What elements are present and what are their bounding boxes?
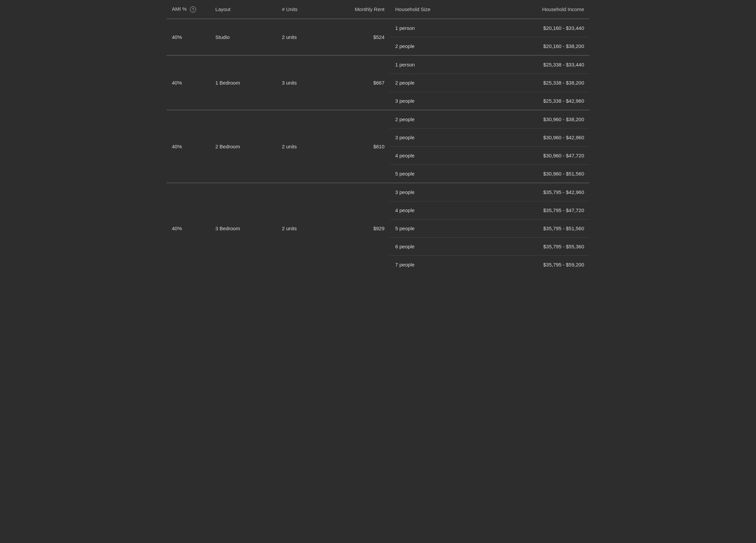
- household-income-cell: $25,338 - $33,440: [496, 55, 589, 74]
- household-income-cell: $30,960 - $38,200: [496, 110, 589, 129]
- table-header-row: AMI % ? Layout # Units Monthly Rent Hous…: [167, 0, 589, 19]
- units-cell: 2 units: [277, 110, 336, 183]
- household-size-cell: 2 people: [390, 110, 496, 129]
- rent-cell: $929: [336, 183, 390, 274]
- household-size-cell: 3 people: [390, 183, 496, 201]
- household-income-cell: $25,338 - $42,960: [496, 92, 589, 110]
- layout-cell: 3 Bedroom: [210, 183, 277, 274]
- units-cell: 3 units: [277, 55, 336, 110]
- layout-cell: Studio: [210, 19, 277, 55]
- table-row: 40%2 Bedroom2 units$8102 people$30,960 -…: [167, 110, 589, 129]
- household-size-cell: 5 people: [390, 219, 496, 238]
- household-size-cell: 2 people: [390, 37, 496, 56]
- rent-cell: $667: [336, 55, 390, 110]
- household-income-cell: $35,795 - $51,560: [496, 219, 589, 238]
- units-header: # Units: [277, 0, 336, 19]
- household-income-cell: $25,338 - $38,200: [496, 74, 589, 92]
- household-size-cell: 3 people: [390, 129, 496, 147]
- table-row: 40%Studio2 units$5241 person$20,160 - $3…: [167, 19, 589, 37]
- household-size-cell: 4 people: [390, 201, 496, 219]
- household-income-cell: $30,960 - $47,720: [496, 147, 589, 165]
- household-size-cell: 5 people: [390, 165, 496, 183]
- ami-header: AMI % ?: [167, 0, 210, 19]
- layout-cell: 2 Bedroom: [210, 110, 277, 183]
- rent-cell: $810: [336, 110, 390, 183]
- rent-header: Monthly Rent: [336, 0, 390, 19]
- ami-cell: 40%: [167, 19, 210, 55]
- household-size-cell: 2 people: [390, 74, 496, 92]
- household-income-cell: $35,795 - $42,960: [496, 183, 589, 201]
- income-table: AMI % ? Layout # Units Monthly Rent Hous…: [167, 0, 589, 274]
- table-row: 40%1 Bedroom3 units$6671 person$25,338 -…: [167, 55, 589, 74]
- household-income-cell: $35,795 - $59,200: [496, 256, 589, 274]
- table-body: 40%Studio2 units$5241 person$20,160 - $3…: [167, 19, 589, 274]
- household-size-cell: 3 people: [390, 92, 496, 110]
- household-size-cell: 1 person: [390, 55, 496, 74]
- ami-cell: 40%: [167, 110, 210, 183]
- ami-info-icon[interactable]: ?: [190, 6, 196, 12]
- household-size-cell: 1 person: [390, 19, 496, 37]
- household-income-cell: $30,960 - $51,560: [496, 165, 589, 183]
- household-income-cell: $20,160 - $33,440: [496, 19, 589, 37]
- household-size-cell: 7 people: [390, 256, 496, 274]
- income-table-container: AMI % ? Layout # Units Monthly Rent Hous…: [167, 0, 589, 274]
- household-size-cell: 6 people: [390, 238, 496, 256]
- units-cell: 2 units: [277, 19, 336, 55]
- units-cell: 2 units: [277, 183, 336, 274]
- household-size-header: Household Size: [390, 0, 496, 19]
- layout-header: Layout: [210, 0, 277, 19]
- household-income-cell: $20,160 - $38,200: [496, 37, 589, 56]
- household-size-cell: 4 people: [390, 147, 496, 165]
- household-income-cell: $30,960 - $42,960: [496, 129, 589, 147]
- ami-cell: 40%: [167, 183, 210, 274]
- layout-cell: 1 Bedroom: [210, 55, 277, 110]
- ami-cell: 40%: [167, 55, 210, 110]
- rent-cell: $524: [336, 19, 390, 55]
- household-income-header: Household Income: [496, 0, 589, 19]
- household-income-cell: $35,795 - $47,720: [496, 201, 589, 219]
- table-row: 40%3 Bedroom2 units$9293 people$35,795 -…: [167, 183, 589, 201]
- household-income-cell: $35,795 - $55,360: [496, 238, 589, 256]
